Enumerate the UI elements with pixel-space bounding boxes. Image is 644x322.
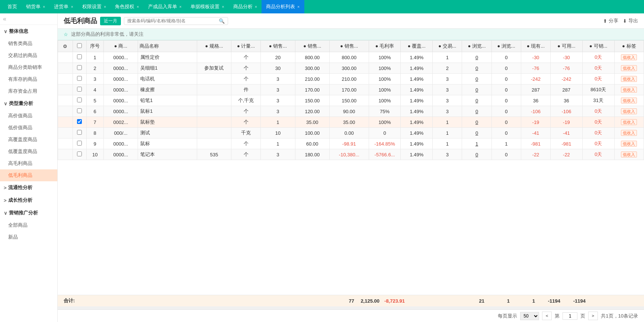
col-sale2[interactable]: ● 销售...	[295, 41, 329, 52]
sidebar-item-low-value[interactable]: 低价值商品	[0, 122, 57, 134]
row-checkbox[interactable]	[77, 141, 82, 146]
col-sale1[interactable]: ● 销售...	[261, 41, 295, 52]
col-settings[interactable]: ⚙	[58, 41, 73, 52]
row-view1[interactable]: 1	[462, 138, 491, 149]
row-view1[interactable]: 0	[462, 74, 491, 85]
row-checkbox-cell[interactable]	[73, 52, 86, 63]
sidebar-item-new-goods[interactable]: 新品	[0, 231, 57, 243]
col-checkbox[interactable]	[73, 41, 86, 52]
select-all-checkbox[interactable]	[77, 43, 82, 48]
page-number-input[interactable]	[563, 312, 577, 320]
row-name[interactable]: 橡皮擦	[138, 85, 197, 95]
nav-sales-close[interactable]: ×	[43, 4, 45, 9]
sidebar-item-category-rate[interactable]: 商品分类助销率	[0, 61, 57, 73]
nav-goods-analysis-list[interactable]: 商品分析列表 ×	[262, 0, 304, 13]
nav-goods-analysis-close[interactable]: ×	[255, 4, 257, 9]
row-name[interactable]: 属性定价	[138, 52, 197, 63]
row-name[interactable]: 鼠标1	[138, 106, 197, 117]
col-stock2[interactable]: ● 可用...	[551, 41, 583, 52]
row-checkbox[interactable]	[77, 130, 82, 135]
nav-goods-analysis[interactable]: 商品分析 ×	[229, 0, 262, 13]
nav-role[interactable]: 角色授权 ×	[110, 0, 143, 13]
row-view1[interactable]: 0	[462, 85, 491, 95]
per-page-select[interactable]: 50 20 100	[520, 312, 539, 320]
row-name[interactable]: 电话机	[138, 74, 197, 85]
col-sale3[interactable]: ● 销售...	[330, 41, 369, 52]
col-code[interactable]: ● 商...	[103, 41, 138, 52]
row-name[interactable]: 鼠标垫	[138, 117, 197, 128]
col-stock1[interactable]: ● 现有...	[521, 41, 550, 52]
nav-template-close[interactable]: ×	[222, 4, 224, 9]
col-cover[interactable]: ● 覆盖...	[401, 41, 433, 52]
row-checkbox[interactable]	[77, 152, 82, 156]
row-view1[interactable]: 0	[462, 106, 491, 117]
sidebar-group-type[interactable]: ∨ 类型量分析	[0, 97, 57, 110]
col-view1[interactable]: ● 浏览...	[462, 41, 491, 52]
row-name[interactable]: 笔记本	[138, 149, 197, 160]
sidebar-item-low-coverage[interactable]: 低覆盖度商品	[0, 146, 57, 157]
row-checkbox-cell[interactable]	[73, 106, 86, 117]
sidebar-group-circulation[interactable]: > 流通性分析	[0, 181, 57, 194]
nav-product-entry-close[interactable]: ×	[179, 4, 182, 9]
sidebar-item-high-profit[interactable]: 高毛利商品	[0, 157, 57, 169]
sidebar-item-low-profit[interactable]: 低毛利商品	[0, 169, 57, 181]
sidebar-collapse-btn[interactable]: «	[0, 13, 57, 25]
col-spec[interactable]: ● 规格...	[197, 41, 231, 52]
nav-permission[interactable]: 权限设置 ×	[78, 0, 110, 13]
sidebar-item-high-value[interactable]: 高价值商品	[0, 110, 57, 122]
time-filter-button[interactable]: 近一月	[100, 17, 121, 25]
col-view2[interactable]: ● 浏览...	[491, 41, 521, 52]
sidebar-item-high-coverage[interactable]: 高覆盖度商品	[0, 134, 57, 146]
sidebar-group-overall[interactable]: ∨ 整体信息	[0, 25, 57, 38]
col-gross[interactable]: ● 毛利率	[369, 41, 401, 52]
sidebar-group-growth[interactable]: > 成长性分析	[0, 194, 57, 207]
sidebar-item-stocked-goods[interactable]: 有库存的商品	[0, 73, 57, 85]
row-view1[interactable]: 0	[462, 117, 491, 128]
row-view1[interactable]: 0	[462, 128, 491, 138]
nav-product-entry[interactable]: 产成品入库单 ×	[144, 0, 186, 13]
row-checkbox[interactable]	[77, 54, 82, 59]
nav-permission-close[interactable]: ×	[104, 4, 106, 9]
sidebar-group-marketing[interactable]: ∨ 营销推广分析	[0, 207, 57, 219]
nav-template[interactable]: 单据模板设置 ×	[186, 0, 228, 13]
row-view1[interactable]: 0	[462, 63, 491, 74]
row-view1[interactable]: 0	[462, 52, 491, 63]
nav-home[interactable]: 首页	[3, 0, 22, 13]
row-checkbox-cell[interactable]	[73, 149, 86, 160]
row-view1[interactable]: 0	[462, 95, 491, 106]
col-trade[interactable]: ● 交易...	[433, 41, 462, 52]
row-view1[interactable]: 0	[462, 149, 491, 160]
row-checkbox[interactable]	[77, 119, 82, 124]
col-unit[interactable]: ● 计量...	[231, 41, 260, 52]
sidebar-item-sales-goods[interactable]: 销售类商品	[0, 38, 57, 50]
search-icon[interactable]: 🔍	[219, 18, 225, 24]
row-name[interactable]: 铅笔1	[138, 95, 197, 106]
row-checkbox[interactable]	[77, 98, 82, 102]
col-name[interactable]: 商品名称	[138, 41, 197, 52]
nav-role-close[interactable]: ×	[137, 4, 139, 9]
nav-goods-list-close[interactable]: ×	[297, 4, 299, 9]
nav-purchase-close[interactable]: ×	[71, 4, 73, 9]
search-input[interactable]	[127, 18, 219, 23]
row-checkbox-cell[interactable]	[73, 95, 86, 106]
export-button[interactable]: ⬇ 导出	[623, 17, 638, 24]
row-checkbox-cell[interactable]	[73, 74, 86, 85]
next-page-button[interactable]: ＞	[588, 312, 598, 320]
row-name[interactable]: 鼠标	[138, 138, 197, 149]
share-button[interactable]: ⬆ 分享	[603, 17, 618, 24]
sidebar-item-traded-goods[interactable]: 交易过的商品	[0, 50, 57, 61]
sidebar-item-capital[interactable]: 库存资金占用	[0, 85, 57, 97]
col-tag[interactable]: ● 标签	[614, 41, 644, 52]
nav-sales[interactable]: 销货单 ×	[22, 0, 49, 13]
row-name[interactable]: 吴细细1	[138, 63, 197, 74]
row-checkbox-cell[interactable]	[73, 138, 86, 149]
row-checkbox-cell[interactable]	[73, 63, 86, 74]
sidebar-item-all-goods[interactable]: 全部商品	[0, 219, 57, 231]
row-checkbox-cell[interactable]	[73, 117, 86, 128]
row-checkbox-cell[interactable]	[73, 128, 86, 138]
row-checkbox-cell[interactable]	[73, 85, 86, 95]
row-checkbox[interactable]	[77, 108, 82, 113]
row-checkbox[interactable]	[77, 87, 82, 92]
prev-page-button[interactable]: ＜	[542, 312, 552, 320]
row-name[interactable]: 测试	[138, 128, 197, 138]
